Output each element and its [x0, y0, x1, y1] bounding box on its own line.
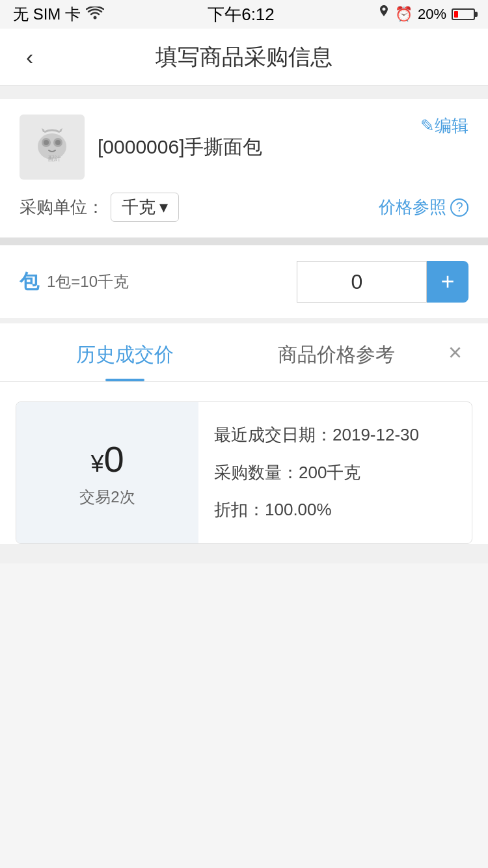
tab-product-price-ref[interactable]: 商品价格参考: [230, 323, 441, 381]
trade-count: 交易2次: [79, 487, 135, 508]
svg-point-4: [44, 140, 49, 145]
quantity-controls: +: [297, 261, 468, 303]
close-tab-button[interactable]: ×: [442, 326, 468, 379]
quantity-input[interactable]: [297, 261, 427, 303]
svg-point-5: [55, 140, 61, 145]
product-name: [0000006]手撕面包: [98, 133, 262, 161]
currency-symbol: ¥: [90, 450, 103, 477]
svg-point-0: [94, 16, 97, 20]
dropdown-arrow-icon: ▾: [159, 197, 168, 217]
wifi-icon: [86, 5, 104, 23]
history-price-value: ¥0: [90, 438, 124, 480]
history-price-section: ¥0 交易2次: [16, 402, 198, 543]
status-bar: 无 SIM 卡 下午6:12 ⏰ 20%: [0, 0, 488, 29]
increment-button[interactable]: +: [427, 261, 468, 303]
product-left: 配计 [0000006]手撕面包: [20, 115, 262, 180]
tab-history-price[interactable]: 历史成交价: [20, 323, 230, 381]
location-icon: [378, 5, 390, 23]
unit-selector[interactable]: 千克 ▾: [111, 193, 179, 222]
recent-date-row: 最近成交日期：2019-12-30: [214, 422, 456, 449]
product-image-placeholder: 配计: [31, 123, 73, 172]
purchase-qty-row: 采购数量：200千克: [214, 459, 456, 487]
status-left: 无 SIM 卡: [13, 4, 104, 25]
svg-text:配计: 配计: [48, 155, 61, 162]
tabs-header: 历史成交价 商品价格参考 ×: [0, 323, 488, 382]
quantity-label: 包 1包=10千克: [20, 269, 129, 295]
main-content-area: [0, 563, 488, 868]
nav-bar: ‹ 填写商品采购信息: [0, 29, 488, 86]
status-time: 下午6:12: [208, 3, 275, 26]
product-header: 配计 [0000006]手撕面包 ✎编辑: [20, 115, 468, 180]
quantity-row: 包 1包=10千克 +: [0, 245, 488, 318]
tabs-panel: 历史成交价 商品价格参考 × ¥0 交易2次 最近成交日期：2019-12-30…: [0, 323, 488, 544]
product-card: 配计 [0000006]手撕面包 ✎编辑 采购单位： 千克 ▾ 价格参照 ?: [0, 99, 488, 237]
battery-percent: 20%: [418, 6, 446, 23]
carrier-text: 无 SIM 卡: [13, 4, 81, 25]
unit-package-label: 包: [20, 269, 39, 295]
section-divider: [0, 237, 488, 245]
back-button[interactable]: ‹: [20, 38, 40, 76]
product-unit-row: 采购单位： 千克 ▾ 价格参照 ?: [20, 193, 468, 222]
price-ref-button[interactable]: 价格参照 ?: [379, 196, 468, 219]
battery-icon: [452, 8, 475, 20]
edit-button[interactable]: ✎编辑: [420, 115, 468, 137]
alarm-icon: ⏰: [395, 6, 413, 23]
unit-conversion-text: 1包=10千克: [47, 271, 129, 292]
status-right: ⏰ 20%: [378, 5, 475, 23]
discount-row: 折扣：100.00%: [214, 496, 456, 524]
history-card: ¥0 交易2次 最近成交日期：2019-12-30 采购数量：200千克 折扣：…: [16, 401, 472, 544]
product-thumbnail: 配计: [20, 115, 85, 180]
page-title: 填写商品采购信息: [156, 42, 332, 72]
unit-label: 采购单位： 千克 ▾: [20, 193, 179, 222]
history-details-section: 最近成交日期：2019-12-30 采购数量：200千克 折扣：100.00%: [198, 402, 472, 543]
question-icon: ?: [450, 198, 468, 217]
